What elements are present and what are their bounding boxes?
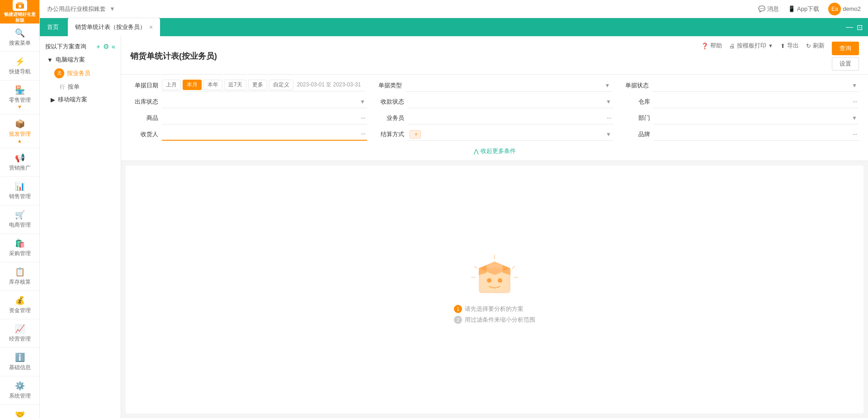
panel-add-icon[interactable]: + — [96, 43, 100, 51]
corp-icon: 🤝 — [15, 409, 25, 418]
svg-point-9 — [498, 278, 502, 283]
doctype-filter-label: 单据类型 — [374, 81, 406, 90]
sidebar-item-system[interactable]: ⚙️ 系统管理 — [0, 376, 40, 405]
topbar: 办公用品行业模拟账套 ▼ 💬 消息 📱 App下载 Ea demo2 — [40, 0, 868, 18]
doctype-filter-control[interactable]: ▼ — [406, 79, 612, 92]
filter-row-recipient: 收货人 ··· 结算方式 × ▼ — [130, 128, 859, 141]
avatar-initials: Ea — [831, 6, 838, 12]
account-name: 办公用品行业模拟账套 — [47, 5, 106, 13]
product-control[interactable]: ··· — [162, 112, 367, 124]
tabbar: 首页 销货单统计表（按业务员） × — ⊡ — [40, 18, 868, 36]
collection-control[interactable]: ▼ — [408, 95, 613, 108]
product-label: 商品 — [130, 114, 162, 122]
empty-text: 1 请先选择要分析的方案 2 用过滤条件来缩小分析范围 — [454, 305, 535, 327]
sidebar-label-purchase: 采购管理 — [9, 250, 31, 257]
system-icon: ⚙️ — [15, 381, 25, 391]
export-btn[interactable]: ⬆ 导出 — [780, 42, 799, 50]
sidebar-item-search[interactable]: 🔍 搜索菜单 — [0, 24, 40, 52]
sidebar-item-ecommerce[interactable]: 🛒 电商管理 — [0, 205, 40, 234]
docstatus-filter-control[interactable]: ▼ — [652, 79, 859, 92]
message-icon: 💬 — [758, 5, 765, 12]
panel-collapse-icon[interactable]: « — [112, 43, 115, 51]
tab-close-icon[interactable]: × — [149, 24, 153, 31]
query-button[interactable]: 查询 — [832, 42, 859, 55]
tree-section-desktop[interactable]: ▼ 电脑端方案 — [40, 53, 121, 66]
sidebar-item-inventory[interactable]: 📋 库存核算 — [0, 262, 40, 291]
sidebar-item-sales[interactable]: 📊 销售管理 — [0, 177, 40, 205]
tree-order-label: 按单 — [68, 83, 80, 91]
message-label: 消息 — [767, 5, 779, 13]
tree-item-order[interactable]: 行 按单 — [40, 81, 121, 93]
settlement-arrow-icon: ▼ — [606, 131, 611, 138]
tab-expand-icon[interactable]: ⊡ — [857, 23, 863, 32]
dropdown-arrow-icon[interactable]: ▼ — [109, 5, 115, 12]
date-btn-7days[interactable]: 近7天 — [224, 80, 246, 90]
panel-settings-icon[interactable]: ⚙ — [103, 43, 109, 51]
sidebar-item-purchase[interactable]: 🛍️ 采购管理 — [0, 234, 40, 262]
tab-minimize-icon[interactable]: — — [846, 23, 853, 31]
purchase-icon: 🛍️ — [15, 238, 25, 248]
settlement-control[interactable]: × ▼ — [408, 128, 613, 141]
date-btn-lastmonth[interactable]: 上月 — [162, 80, 181, 90]
date-btn-thisyear[interactable]: 本年 — [203, 80, 222, 90]
sidebar-label-operation: 经营管理 — [9, 335, 31, 343]
user-avatar: Ea — [828, 3, 841, 15]
tab-active-report[interactable]: 销货单统计表（按业务员） × — [68, 18, 160, 36]
collapse-filters-btn[interactable]: ⋀ 收起更多条件 — [130, 144, 859, 156]
basicinfo-icon: ℹ️ — [15, 352, 25, 362]
settings-button[interactable]: 设置 — [832, 57, 859, 71]
empty-step2: 2 用过滤条件来缩小分析范围 — [454, 316, 535, 324]
topbar-left: 办公用品行业模拟账套 ▼ — [47, 5, 115, 13]
refresh-label: 刷新 — [813, 42, 825, 50]
svg-point-2 — [19, 5, 21, 8]
outstatus-label: 出库状态 — [130, 98, 162, 106]
app-download-btn[interactable]: 📱 App下载 — [788, 5, 819, 13]
message-btn[interactable]: 💬 消息 — [758, 5, 779, 13]
template-print-btn[interactable]: 🖨 按模板打印 ▼ — [729, 42, 773, 50]
sidebar-item-retail[interactable]: 🏪 零售管理 ▼ — [0, 81, 40, 114]
date-btn-more[interactable]: 更多 — [248, 80, 267, 90]
app-sub-text: 标版 — [15, 17, 24, 24]
sidebar-item-operation[interactable]: 📈 经营管理 — [0, 319, 40, 348]
panel-header: 按以下方案查询 + ⚙ « — [40, 40, 121, 53]
sales-icon: 📊 — [15, 181, 25, 191]
salesperson-control[interactable]: ··· — [408, 112, 613, 124]
recipient-control[interactable]: ··· — [162, 128, 367, 141]
docstatus-filter-label: 单据状态 — [621, 81, 652, 90]
sidebar-item-corp[interactable]: 🤝 企业协同 — [0, 405, 40, 418]
collection-label: 收款状态 — [376, 98, 408, 106]
brand-control[interactable]: ··· — [654, 128, 859, 141]
tab-home[interactable]: 首页 — [40, 18, 66, 36]
sidebar-item-wholesale[interactable]: 📦 批发管理 ▲ — [0, 114, 40, 148]
finance-icon: 💰 — [15, 295, 25, 305]
recipient-dots-icon: ··· — [361, 130, 365, 138]
tree-item-salesperson[interactable]: 员 按业务员 — [40, 66, 121, 81]
refresh-btn[interactable]: ↻ 刷新 — [806, 42, 825, 50]
outstatus-control[interactable]: ▼ — [162, 95, 367, 108]
brand-label: 品牌 — [622, 130, 654, 138]
sidebar-item-marketing[interactable]: 📢 营销推广 — [0, 148, 40, 177]
user-menu[interactable]: Ea demo2 — [828, 3, 861, 15]
appdownload-icon: 📱 — [788, 5, 795, 12]
warehouse-control[interactable]: ··· — [654, 95, 859, 108]
empty-illustration — [467, 252, 522, 298]
sidebar-label-ecommerce: 电商管理 — [9, 221, 31, 229]
sidebar-item-basicinfo[interactable]: ℹ️ 基础信息 — [0, 348, 40, 376]
sidebar-item-quicknav[interactable]: ⚡ 快捷导航 — [0, 52, 40, 81]
settlement-tag-close[interactable]: × — [415, 131, 418, 138]
page-body: 按以下方案查询 + ⚙ « ▼ 电脑端方案 员 按业务员 行 按单 — [40, 36, 868, 418]
date-btn-custom[interactable]: 自定义 — [269, 80, 293, 90]
sidebar-label-quicknav: 快捷导航 — [9, 68, 31, 76]
refresh-icon: ↻ — [806, 43, 811, 49]
dept-control[interactable]: ▼ — [654, 112, 859, 124]
date-btn-thismonth[interactable]: 本月 — [183, 80, 202, 90]
date-range-text: 2023-03-01 至 2023-03-31 — [297, 81, 361, 89]
tree-section-mobile[interactable]: ▶ 移动端方案 — [40, 93, 121, 106]
product-dots-icon: ··· — [361, 114, 365, 122]
tree-expand-icon2: ▶ — [51, 96, 55, 103]
active-tab-label: 销货单统计表（按业务员） — [75, 23, 146, 31]
operation-icon: 📈 — [15, 324, 25, 334]
help-btn[interactable]: ❓ 帮助 — [701, 42, 722, 50]
sidebar-item-finance[interactable]: 💰 资金管理 — [0, 291, 40, 319]
empty-state-area: 1 请先选择要分析的方案 2 用过滤条件来缩小分析范围 — [126, 166, 863, 413]
